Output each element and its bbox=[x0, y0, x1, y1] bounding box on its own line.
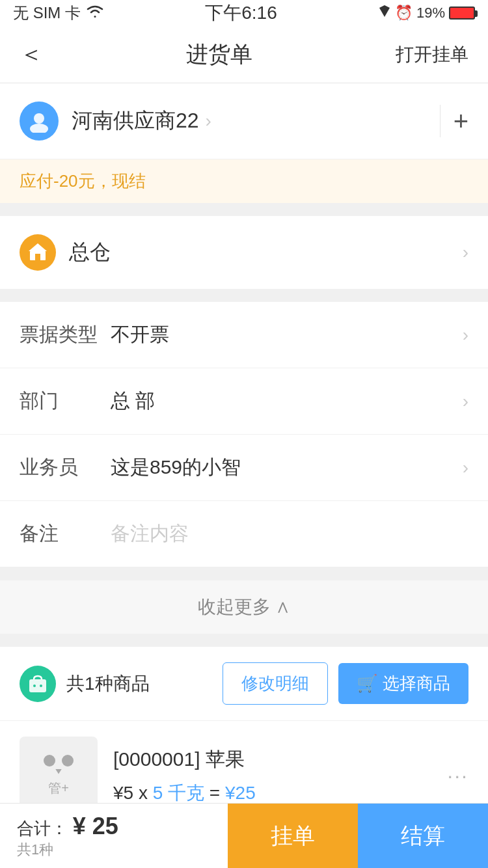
product-name: [0000001] 苹果 bbox=[113, 746, 447, 773]
salesperson-value: 这是859的小智 bbox=[111, 454, 456, 481]
remark-row[interactable]: 备注 备注内容 bbox=[0, 501, 488, 567]
battery-icon bbox=[449, 7, 475, 20]
quantity-value: 5 bbox=[153, 783, 163, 803]
total-amount: ¥ 25 bbox=[73, 813, 118, 839]
svg-point-6 bbox=[33, 685, 36, 687]
add-supplier-button[interactable]: + bbox=[454, 107, 468, 136]
total-row: 合计： ¥ 25 bbox=[17, 813, 211, 840]
status-left: 无 SIM 卡 bbox=[13, 3, 104, 23]
invoice-type-row[interactable]: 票据类型 不开票 › bbox=[0, 302, 488, 368]
salesperson-label: 业务员 bbox=[20, 454, 111, 481]
total-price: ¥25 bbox=[225, 783, 256, 803]
unit-price: ¥5 bbox=[113, 783, 133, 803]
product-title: 苹果 bbox=[206, 748, 245, 770]
owl-eye-right bbox=[62, 755, 74, 766]
bottom-bar: 合计： ¥ 25 共1种 挂单 结算 bbox=[0, 803, 488, 868]
status-bar: 无 SIM 卡 下午6:16 ⏰ 19% bbox=[0, 0, 488, 26]
total-label: 合计： bbox=[17, 819, 68, 838]
invoice-type-label: 票据类型 bbox=[20, 321, 111, 348]
location-icon bbox=[378, 5, 391, 21]
warehouse-name: 总仓 bbox=[69, 238, 456, 267]
svg-point-0 bbox=[34, 113, 44, 124]
battery-percent: 19% bbox=[416, 5, 445, 21]
product-icon bbox=[20, 666, 56, 702]
open-pending-button[interactable]: 打开挂单 bbox=[396, 42, 468, 67]
form-section: 票据类型 不开票 › 部门 总 部 › 业务员 这是859的小智 › 备注 备注… bbox=[0, 302, 488, 567]
hang-order-button[interactable]: 挂单 bbox=[228, 804, 358, 868]
warehouse-section[interactable]: 总仓 › bbox=[0, 216, 488, 289]
product-count: 共1种商品 bbox=[66, 671, 223, 696]
svg-marker-3 bbox=[29, 243, 47, 251]
supplier-section: 河南供应商22 › + 应付-20元，现结 bbox=[0, 83, 488, 203]
divider bbox=[440, 105, 441, 137]
svg-rect-4 bbox=[35, 254, 40, 260]
warehouse-chevron-icon: › bbox=[463, 242, 468, 263]
supplier-chevron-icon: › bbox=[206, 111, 211, 131]
invoice-type-value: 不开票 bbox=[111, 321, 456, 348]
select-product-button[interactable]: 🛒 选择商品 bbox=[338, 663, 468, 704]
nav-bar: ＜ 进货单 打开挂单 bbox=[0, 26, 488, 83]
status-time: 下午6:16 bbox=[205, 1, 277, 25]
alarm-icon: ⏰ bbox=[395, 5, 413, 21]
equals-sign: = bbox=[210, 783, 225, 803]
total-count: 共1种 bbox=[17, 840, 211, 860]
salesperson-row[interactable]: 业务员 这是859的小智 › bbox=[0, 435, 488, 501]
checkout-button[interactable]: 结算 bbox=[358, 804, 488, 868]
collapse-label: 收起更多 ∧ bbox=[198, 595, 291, 619]
wifi-icon bbox=[86, 4, 104, 22]
department-row[interactable]: 部门 总 部 › bbox=[0, 368, 488, 435]
department-chevron-icon: › bbox=[463, 391, 468, 412]
owl-eye-left bbox=[44, 755, 55, 766]
page-title: 进货单 bbox=[186, 40, 252, 70]
carrier-label: 无 SIM 卡 bbox=[13, 3, 81, 23]
invoice-chevron-icon: › bbox=[463, 325, 468, 346]
select-product-label: 选择商品 bbox=[383, 672, 450, 695]
svg-point-1 bbox=[30, 124, 48, 133]
unit-label: 千克 bbox=[168, 783, 204, 803]
owl-brand-text: 管+ bbox=[48, 780, 69, 797]
status-right: ⏰ 19% bbox=[378, 5, 475, 21]
cart-icon: 🛒 bbox=[357, 673, 377, 694]
collapse-row[interactable]: 收起更多 ∧ bbox=[0, 580, 488, 634]
total-section: 合计： ¥ 25 共1种 bbox=[0, 804, 228, 868]
remark-label: 备注 bbox=[20, 521, 111, 547]
remark-input[interactable]: 备注内容 bbox=[111, 521, 468, 547]
product-info: [0000001] 苹果 ¥5 x 5 千克 = ¥25 bbox=[113, 746, 447, 806]
svg-rect-5 bbox=[29, 679, 46, 692]
back-button[interactable]: ＜ bbox=[20, 38, 43, 70]
supplier-left: 河南供应商22 › bbox=[20, 102, 427, 141]
multiply-sign: x bbox=[139, 783, 153, 803]
salesperson-chevron-icon: › bbox=[463, 457, 468, 478]
supplier-name: 河南供应商22 bbox=[72, 107, 199, 135]
product-code: [0000001] bbox=[113, 748, 200, 770]
more-options-button[interactable]: ··· bbox=[447, 764, 468, 788]
department-label: 部门 bbox=[20, 388, 111, 414]
supplier-row[interactable]: 河南供应商22 › + bbox=[0, 83, 488, 159]
owl-beak-icon bbox=[55, 769, 62, 774]
warehouse-icon bbox=[20, 234, 56, 271]
department-value: 总 部 bbox=[111, 388, 456, 414]
product-price: ¥5 x 5 千克 = ¥25 bbox=[113, 781, 447, 806]
edit-detail-button[interactable]: 修改明细 bbox=[223, 662, 328, 705]
svg-point-7 bbox=[40, 685, 42, 687]
supplier-notice: 应付-20元，现结 bbox=[0, 159, 488, 203]
supplier-avatar bbox=[20, 102, 59, 141]
product-header: 共1种商品 修改明细 🛒 选择商品 bbox=[0, 647, 488, 721]
